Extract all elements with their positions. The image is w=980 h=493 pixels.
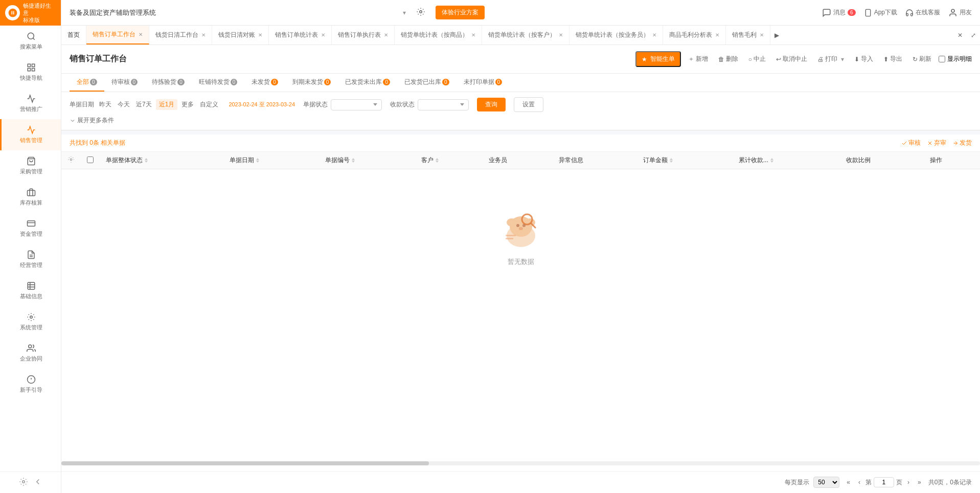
- tab-more-btn[interactable]: ▶: [770, 26, 783, 44]
- collapse-icon[interactable]: [33, 477, 42, 488]
- export-btn[interactable]: ⬆ 导出: [880, 53, 905, 65]
- query-btn[interactable]: 查询: [477, 98, 506, 111]
- settings-header-icon[interactable]: [416, 7, 425, 18]
- setting-btn[interactable]: 设置: [514, 97, 543, 112]
- smart-generate-btn[interactable]: ★ 智能生单: [635, 51, 681, 67]
- page-prev-btn[interactable]: ‹: [855, 478, 863, 487]
- tab-sales-sum-product[interactable]: 销货单统计表（按商品） ✕: [395, 26, 482, 44]
- page-last-btn[interactable]: »: [915, 478, 924, 487]
- sidebar-item-quick-nav[interactable]: 快捷导航: [0, 57, 61, 88]
- scroll-bar-track[interactable]: [61, 461, 980, 465]
- user-btn[interactable]: 用友: [948, 8, 972, 17]
- payment-status-select[interactable]: [418, 99, 469, 110]
- sidebar-item-search[interactable]: 搜索菜单: [0, 26, 61, 57]
- date-btn-7days[interactable]: 近7天: [134, 99, 154, 110]
- sort-customer[interactable]: [436, 158, 439, 163]
- tab-action-fullscreen[interactable]: ⤢: [967, 32, 980, 39]
- doc-status-select[interactable]: [331, 99, 382, 110]
- tab-cash-reconcile[interactable]: 钱货日清对账 ✕: [212, 26, 269, 44]
- import-btn[interactable]: ⬇ 导入: [851, 53, 876, 65]
- col-doc-no[interactable]: 单据编号: [319, 152, 415, 169]
- sub-tab-shipped-out[interactable]: 已发货已出库0: [397, 74, 457, 92]
- delete-btn[interactable]: 🗑 删除: [715, 53, 741, 65]
- tab-close-margin-analysis[interactable]: ✕: [715, 32, 719, 38]
- sidebar-item-purchase[interactable]: 采购管理: [0, 150, 61, 182]
- sub-tab-shipped-not-out[interactable]: 已发货未出库0: [338, 74, 397, 92]
- sidebar-item-system[interactable]: 系统管理: [0, 306, 61, 338]
- expand-btn[interactable]: 展开更多条件: [70, 116, 972, 125]
- page-input[interactable]: [874, 477, 894, 487]
- tab-sales-workbench[interactable]: 销售订单工作台 ✕: [86, 26, 149, 44]
- sidebar-item-marketing[interactable]: 营销推广: [0, 88, 61, 119]
- date-btn-custom[interactable]: 自定义: [198, 99, 220, 110]
- online-service-btn[interactable]: 在线客服: [905, 8, 940, 17]
- sort-doc-no[interactable]: [352, 158, 355, 163]
- system-dropdown-arrow[interactable]: ▾: [403, 9, 406, 16]
- col-settings[interactable]: [61, 152, 81, 169]
- tab-close-sales-sum-customer[interactable]: ✕: [559, 32, 563, 38]
- sidebar-item-basic[interactable]: 基础信息: [0, 275, 61, 306]
- select-all-checkbox[interactable]: [87, 156, 94, 163]
- sidebar-item-sales[interactable]: 销售管理: [0, 119, 61, 150]
- sub-tab-pending-inspect[interactable]: 待拣验货0: [145, 74, 192, 92]
- message-btn[interactable]: 消息 6: [822, 8, 856, 17]
- sort-collected[interactable]: [770, 158, 773, 163]
- col-amount[interactable]: 订单金额: [637, 152, 733, 169]
- col-doc-date[interactable]: 单据日期: [223, 152, 319, 169]
- date-btn-today[interactable]: 今天: [116, 99, 132, 110]
- tab-margin-analysis[interactable]: 商品毛利分析表 ✕: [663, 26, 726, 44]
- table-action-ship[interactable]: 发货: [952, 139, 972, 147]
- page-next-btn[interactable]: ›: [904, 478, 913, 487]
- sidebar-item-inventory[interactable]: 库存核算: [0, 182, 61, 213]
- experience-btn[interactable]: 体验行业方案: [436, 6, 485, 19]
- show-detail-label[interactable]: 显示明细: [939, 55, 972, 63]
- cancel-stop-btn[interactable]: ↩ 取消中止: [773, 53, 810, 65]
- col-checkbox[interactable]: [81, 152, 100, 169]
- tab-close-sales-workbench[interactable]: ✕: [139, 32, 143, 37]
- tab-cash-daily[interactable]: 钱货日清工作台 ✕: [149, 26, 212, 44]
- tab-home[interactable]: 首页: [61, 26, 86, 44]
- tab-sales-sum-customer[interactable]: 销货单统计表（按客户） ✕: [482, 26, 569, 44]
- add-btn[interactable]: ＋ 新增: [685, 53, 711, 65]
- col-collected[interactable]: 累计收款...: [733, 152, 840, 169]
- table-action-review[interactable]: 审核: [901, 139, 921, 147]
- col-doc-status[interactable]: 单据整体状态: [100, 152, 223, 169]
- sub-tab-all[interactable]: 全部0: [70, 74, 104, 92]
- stop-btn[interactable]: ○ 中止: [745, 53, 769, 65]
- tab-sales-profit[interactable]: 销售毛利 ✕: [726, 26, 770, 44]
- sidebar-item-operation[interactable]: 经营管理: [0, 244, 61, 275]
- sub-tab-expired-unshipped[interactable]: 到期未发货0: [285, 74, 338, 92]
- page-first-btn[interactable]: «: [844, 478, 853, 487]
- tab-close-cash-daily[interactable]: ✕: [201, 32, 206, 38]
- date-btn-more[interactable]: 更多: [179, 99, 196, 110]
- date-btn-1month[interactable]: 近1月: [156, 99, 178, 110]
- print-btn[interactable]: 🖨 打印 ▾: [814, 53, 847, 65]
- sub-tab-unshipped[interactable]: 未发货0: [244, 74, 285, 92]
- app-download-btn[interactable]: App下载: [864, 8, 897, 17]
- scroll-bar-thumb[interactable]: [61, 461, 429, 465]
- sub-tab-unprinted[interactable]: 未打印单据0: [457, 74, 510, 92]
- table-action-cancel-review[interactable]: 弃审: [927, 139, 946, 147]
- col-customer[interactable]: 客户: [415, 152, 483, 169]
- per-page-select[interactable]: 50 100 200: [813, 477, 839, 488]
- tab-sales-exec[interactable]: 销售订单执行表 ✕: [332, 26, 395, 44]
- settings-icon[interactable]: [19, 477, 28, 488]
- date-btn-yesterday[interactable]: 昨天: [97, 99, 113, 110]
- tab-action-close-all[interactable]: ✕: [953, 32, 967, 39]
- sub-tab-pending-review[interactable]: 待审核0: [104, 74, 145, 92]
- sort-amount[interactable]: [670, 158, 673, 163]
- tab-close-sales-profit[interactable]: ✕: [760, 32, 764, 38]
- tab-sales-stat[interactable]: 销售订单统计表 ✕: [269, 26, 332, 44]
- sort-doc-status[interactable]: [145, 158, 148, 163]
- sidebar-item-company[interactable]: 企业协同: [0, 338, 61, 369]
- tab-close-sales-stat[interactable]: ✕: [321, 32, 325, 38]
- tab-close-cash-reconcile[interactable]: ✕: [258, 32, 262, 38]
- tab-close-sales-exec[interactable]: ✕: [384, 32, 388, 38]
- sub-tab-wangpu-ship[interactable]: 旺铺待发货0: [192, 74, 245, 92]
- tab-close-sales-sum-staff[interactable]: ✕: [652, 32, 656, 38]
- sort-doc-date[interactable]: [256, 158, 259, 163]
- refresh-btn[interactable]: ↻ 刷新: [909, 53, 935, 65]
- tab-sales-sum-staff[interactable]: 销货单统计表（按业务员） ✕: [569, 26, 663, 44]
- tab-close-sales-sum-product[interactable]: ✕: [471, 32, 475, 38]
- sidebar-item-guide[interactable]: 新手引导: [0, 369, 61, 400]
